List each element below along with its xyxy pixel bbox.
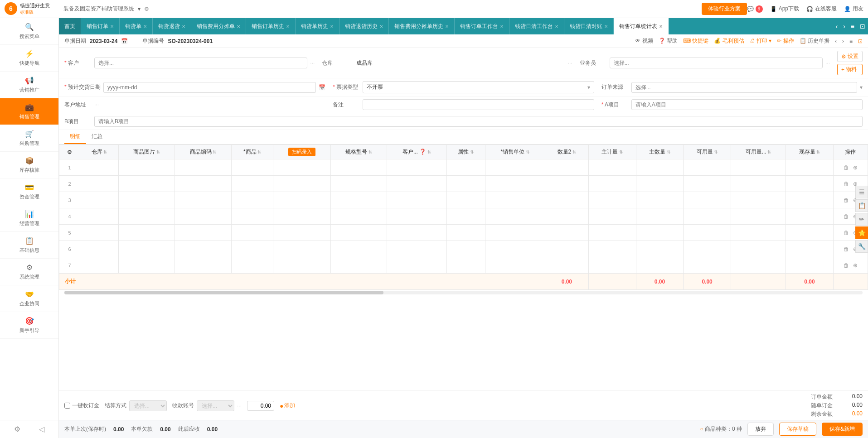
tab-sales-expense[interactable]: 销售费用分摊单 ✕ bbox=[191, 18, 246, 34]
th-settings[interactable]: ⚙ bbox=[59, 145, 80, 159]
tab-delivery-history[interactable]: 销货单历史 ✕ bbox=[296, 18, 339, 34]
horizontal-scrollbar[interactable] bbox=[64, 291, 863, 294]
tab-close-sales-workbench[interactable]: ✕ bbox=[500, 24, 504, 29]
row-delete-icon[interactable]: 🗑 bbox=[844, 197, 849, 203]
grid-view-icon[interactable]: ⊡ bbox=[858, 38, 863, 44]
payment-amount-input[interactable] bbox=[247, 401, 274, 411]
table-cell[interactable] bbox=[731, 225, 786, 241]
tab-sales-order[interactable]: 销售订单 ✕ bbox=[81, 18, 120, 34]
payment-method-select[interactable]: 选择... bbox=[129, 400, 167, 411]
table-cell[interactable] bbox=[175, 159, 231, 176]
table-cell[interactable] bbox=[588, 176, 636, 192]
table-cell[interactable] bbox=[175, 257, 231, 274]
table-cell[interactable] bbox=[387, 159, 447, 176]
table-cell[interactable] bbox=[175, 225, 231, 241]
rfloat-btn-3[interactable]: ✏ bbox=[855, 213, 868, 226]
sidebar-item-search[interactable]: 🔍 搜索菜单 bbox=[0, 18, 58, 45]
table-cell[interactable] bbox=[786, 241, 834, 257]
rfloat-btn-1[interactable]: ☰ bbox=[855, 186, 868, 198]
tab-close-return-history[interactable]: ✕ bbox=[379, 24, 383, 29]
tab-close-sales-return[interactable]: ✕ bbox=[182, 24, 185, 29]
online-service[interactable]: 🎧 在线客服 bbox=[806, 5, 837, 13]
table-cell[interactable] bbox=[231, 257, 273, 274]
table-cell[interactable] bbox=[684, 225, 731, 241]
rfloat-btn-5[interactable]: 🔧 bbox=[855, 240, 868, 253]
table-cell[interactable] bbox=[684, 159, 731, 176]
table-cell[interactable] bbox=[545, 257, 588, 274]
tab-daily-clear[interactable]: 钱货日清工作台 ✕ bbox=[509, 18, 564, 34]
row-delete-icon[interactable]: 🗑 bbox=[844, 181, 849, 187]
th-main-qty[interactable]: 主数量 bbox=[636, 145, 684, 159]
table-cell[interactable] bbox=[80, 208, 118, 225]
table-cell[interactable] bbox=[588, 208, 636, 225]
table-cell[interactable] bbox=[231, 225, 273, 241]
history-action[interactable]: 📋 历史单据 bbox=[800, 37, 829, 45]
table-cell[interactable] bbox=[684, 257, 731, 274]
th-spec[interactable]: 规格型号 bbox=[330, 145, 387, 159]
tab-sales-workbench[interactable]: 销售订单工作台 ✕ bbox=[455, 18, 509, 34]
tab-close-daily-clear[interactable]: ✕ bbox=[555, 24, 558, 29]
table-cell[interactable] bbox=[636, 225, 684, 241]
print-action[interactable]: 🖨 打印 ▾ bbox=[750, 37, 772, 45]
table-cell[interactable] bbox=[330, 159, 387, 176]
table-cell[interactable] bbox=[330, 225, 387, 241]
table-cell[interactable] bbox=[636, 176, 684, 192]
row-delete-icon[interactable]: 🗑 bbox=[844, 262, 849, 269]
table-cell[interactable] bbox=[80, 192, 118, 208]
table-cell[interactable] bbox=[485, 225, 545, 241]
table-cell[interactable] bbox=[446, 257, 485, 274]
table-cell[interactable] bbox=[731, 257, 786, 274]
row-delete-icon[interactable]: 🗑 bbox=[844, 230, 849, 236]
tab-close-sales-delivery[interactable]: ✕ bbox=[143, 24, 147, 29]
a-project-input[interactable] bbox=[631, 99, 863, 110]
save-draft-button[interactable]: 保存草稿 bbox=[779, 423, 816, 436]
table-cell[interactable] bbox=[485, 176, 545, 192]
message-icon[interactable]: 💬 9 bbox=[747, 5, 763, 13]
table-cell[interactable] bbox=[636, 192, 684, 208]
table-cell[interactable] bbox=[446, 225, 485, 241]
table-cell[interactable] bbox=[118, 208, 175, 225]
table-cell[interactable] bbox=[118, 241, 175, 257]
table-cell[interactable] bbox=[786, 192, 834, 208]
scrollbar-thumb[interactable] bbox=[64, 291, 383, 294]
table-cell[interactable] bbox=[273, 257, 330, 274]
th-warehouse[interactable]: 仓库 bbox=[80, 145, 118, 159]
table-cell[interactable] bbox=[446, 208, 485, 225]
table-cell[interactable] bbox=[118, 176, 175, 192]
table-cell[interactable] bbox=[330, 241, 387, 257]
table-cell[interactable] bbox=[636, 159, 684, 176]
table-cell[interactable] bbox=[273, 225, 330, 241]
table-cell[interactable] bbox=[273, 192, 330, 208]
salesperson-input[interactable] bbox=[610, 58, 823, 68]
table-cell[interactable] bbox=[80, 257, 118, 274]
table-cell[interactable] bbox=[485, 192, 545, 208]
sidebar-collapse-icon[interactable]: ◁ bbox=[39, 425, 44, 433]
setting-button[interactable]: ⚙ 设置 bbox=[837, 51, 863, 62]
table-cell[interactable] bbox=[731, 159, 786, 176]
table-cell[interactable] bbox=[786, 176, 834, 192]
table-cell[interactable] bbox=[118, 159, 175, 176]
quick-deposit-input[interactable] bbox=[64, 403, 70, 409]
add-item-button[interactable]: + 物料 bbox=[837, 64, 863, 75]
tab-sales-return[interactable]: 销货退货 ✕ bbox=[153, 18, 191, 34]
discard-button[interactable]: 放弃 bbox=[747, 423, 774, 436]
table-cell[interactable] bbox=[231, 159, 273, 176]
quick-deposit-checkbox[interactable]: 一键收订金 bbox=[64, 402, 99, 409]
row-delete-icon[interactable]: 🗑 bbox=[844, 164, 849, 171]
calendar-icon[interactable]: 📅 bbox=[121, 38, 128, 44]
table-cell[interactable] bbox=[588, 159, 636, 176]
dropdown-arrow[interactable]: ▾ bbox=[138, 6, 141, 12]
tab-menu-btn[interactable]: ≡ bbox=[848, 23, 857, 30]
save-new-button[interactable]: 保存&新增 bbox=[822, 423, 863, 436]
solution-button[interactable]: 体验行业方案 bbox=[702, 3, 747, 15]
table-cell[interactable] bbox=[786, 159, 834, 176]
table-cell[interactable] bbox=[731, 241, 786, 257]
table-cell[interactable] bbox=[118, 192, 175, 208]
order-source-input[interactable] bbox=[631, 82, 857, 93]
tab-close-expense-history[interactable]: ✕ bbox=[445, 24, 449, 29]
table-cell[interactable] bbox=[545, 192, 588, 208]
user-avatar[interactable]: 👤 用友 bbox=[844, 5, 863, 13]
th-sales-unit[interactable]: *销售单位 bbox=[485, 145, 545, 159]
th-customer-code[interactable]: 客户... ❓ bbox=[387, 145, 447, 159]
app-download[interactable]: 📱 App下载 bbox=[770, 5, 799, 13]
